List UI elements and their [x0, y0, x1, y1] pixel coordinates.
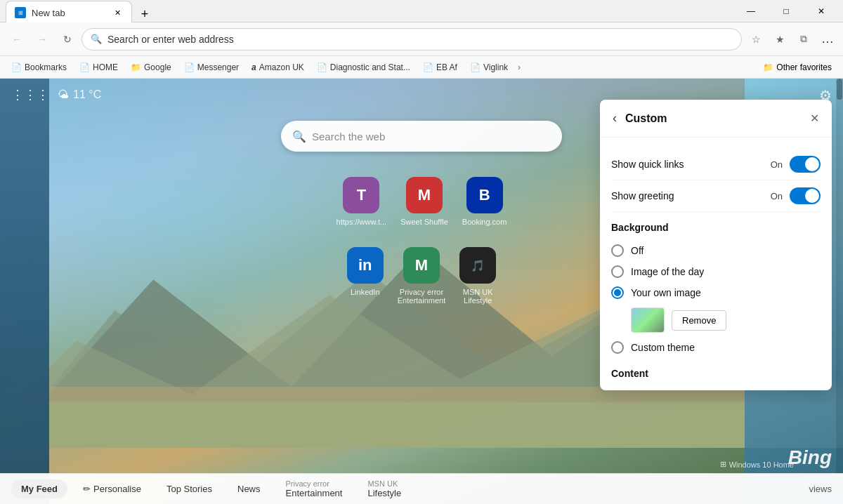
page-search-bar[interactable]: 🔍 Search the web: [281, 121, 562, 152]
quick-link-label-2: Sweet Shuffle: [400, 218, 448, 226]
weather-icon: 🌤: [58, 88, 69, 101]
bookmark-icon: 📄: [184, 62, 195, 72]
more-button[interactable]: …: [818, 28, 837, 51]
bookmark-messenger[interactable]: 📄 Messenger: [178, 59, 244, 76]
quick-links-label: Show quick links: [611, 159, 684, 170]
quick-links-toggle[interactable]: [790, 156, 821, 173]
panel-close-button[interactable]: ✕: [809, 110, 821, 126]
greeting-right: On: [771, 187, 821, 204]
quick-link-4[interactable]: in LinkedIn: [347, 247, 384, 305]
refresh-button[interactable]: ↻: [56, 28, 79, 51]
quick-link-label-5: Privacy errorEntertainment: [398, 288, 445, 305]
quick-link-3[interactable]: B Booking.com: [462, 177, 507, 226]
bookmark-icon: 📄: [79, 62, 90, 72]
my-feed-tab[interactable]: My Feed: [11, 479, 67, 498]
greeting-label: Show greeting: [611, 190, 674, 201]
lifestyle-tab[interactable]: MSN UK Lifestyle: [358, 475, 411, 503]
quick-link-icon-1: T: [343, 177, 379, 213]
address-bar: ← → ↻ 🔍 Search or enter web address ☆ ★ …: [0, 22, 843, 56]
tab-close-button[interactable]: ✕: [112, 7, 123, 18]
bookmark-google[interactable]: 📁 Google: [125, 59, 177, 76]
quick-link-2[interactable]: M Sweet Shuffle: [400, 177, 448, 226]
windows-badge: ⊞ Windows 10 Home: [720, 460, 794, 469]
page-search-icon: 🔍: [292, 130, 306, 143]
minimize-button[interactable]: —: [735, 0, 767, 22]
panel-header: ‹ Custom ✕: [600, 100, 832, 138]
browser-window: ⊞ New tab ✕ + — □ ✕ ← → ↻ 🔍 Search or en…: [0, 0, 843, 504]
bookmarks-bar: 📄 Bookmarks 📄 HOME 📁 Google 📄 Messenger …: [0, 56, 843, 79]
quick-links-right: On: [771, 156, 821, 173]
quick-link-label-4: LinkedIn: [351, 288, 380, 296]
custom-theme-option[interactable]: Custom theme: [611, 337, 821, 358]
custom-theme-radio: [611, 341, 624, 354]
forward-button[interactable]: →: [31, 28, 53, 51]
custom-panel: ‹ Custom ✕ Show quick links On Show gree…: [600, 100, 832, 390]
own-image-label: Your own image: [631, 287, 701, 298]
quick-links-row: Show quick links On: [611, 149, 821, 180]
background-off-option[interactable]: Off: [611, 240, 821, 261]
quick-link-1[interactable]: T https://www.t...: [336, 177, 387, 226]
bookmark-icon: 📄: [423, 62, 433, 72]
top-stories-tab[interactable]: Top Stories: [157, 479, 222, 498]
favorites-button[interactable]: ☆: [745, 28, 767, 51]
scrollbar[interactable]: [836, 79, 843, 473]
main-content: ⋮⋮⋮ 🌤 11 °C ⚙ 🔍 Search the web T https:/…: [0, 79, 843, 504]
quick-links-status: On: [771, 159, 783, 170]
views-text: views: [809, 484, 832, 494]
search-icon: 🔍: [91, 34, 102, 44]
address-actions: ☆ ★ ⧉: [745, 28, 815, 51]
collections-button[interactable]: ★: [769, 28, 791, 51]
amazon-icon: a: [251, 62, 256, 72]
weather-widget: 🌤 11 °C: [58, 88, 101, 101]
quick-link-icon-3: B: [466, 177, 503, 213]
bookmarks-overflow-button[interactable]: ›: [515, 60, 523, 75]
quick-link-5[interactable]: M Privacy errorEntertainment: [398, 247, 445, 305]
back-button[interactable]: ←: [6, 28, 28, 51]
share-button[interactable]: ⧉: [792, 28, 815, 51]
new-tab-button[interactable]: +: [135, 5, 155, 25]
scrollbar-thumb[interactable]: [837, 79, 842, 100]
windows-icon: ⊞: [720, 460, 726, 469]
quick-link-icon-6: 🎵: [459, 247, 496, 284]
content-section-label: Content: [611, 368, 821, 379]
quick-link-icon-2: M: [406, 177, 443, 213]
bookmark-eb[interactable]: 📄 EB Af: [417, 59, 463, 76]
bookmark-home[interactable]: 📄 HOME: [74, 59, 124, 76]
quick-link-label-6: MSN UKLifestyle: [463, 288, 493, 305]
weather-temp: 11 °C: [73, 88, 101, 101]
folder-icon: 📁: [763, 62, 773, 72]
close-button[interactable]: ✕: [805, 0, 837, 22]
news-tab[interactable]: News: [228, 479, 270, 498]
bottom-bar-right: views: [809, 484, 832, 494]
panel-back-button[interactable]: ‹: [611, 110, 618, 127]
image-day-radio: [611, 265, 624, 278]
greeting-toggle[interactable]: [790, 187, 821, 204]
apps-button[interactable]: ⋮⋮⋮: [11, 87, 49, 102]
bookmark-diagnostic[interactable]: 📄 Diagnostic and Stat...: [311, 59, 416, 76]
background-image-day-option[interactable]: Image of the day: [611, 261, 821, 282]
entertainment-tab[interactable]: Privacy error Entertainment: [276, 475, 353, 503]
tab-favicon: ⊞: [15, 7, 26, 18]
personalise-tab[interactable]: ✏ Personalise: [73, 479, 151, 498]
active-tab[interactable]: ⊞ New tab ✕: [6, 1, 132, 25]
bookmark-icon: 📄: [11, 62, 22, 72]
maximize-button[interactable]: □: [770, 0, 802, 22]
bookmark-icon: 📄: [317, 62, 327, 72]
quick-link-label-1: https://www.t...: [336, 218, 387, 226]
quick-link-6[interactable]: 🎵 MSN UKLifestyle: [459, 247, 496, 305]
off-radio: [611, 244, 624, 257]
other-favorites[interactable]: 📁 Other favorites: [757, 62, 837, 72]
title-bar: ⊞ New tab ✕ + — □ ✕: [0, 0, 843, 22]
background-own-image-option[interactable]: Your own image: [611, 282, 821, 303]
bookmark-amazon[interactable]: a Amazon UK: [246, 59, 310, 76]
address-input-wrapper[interactable]: 🔍 Search or enter web address: [81, 28, 742, 51]
bookmark-viglink[interactable]: 📄 Viglink: [464, 59, 514, 76]
top-controls: ⋮⋮⋮ 🌤 11 °C: [11, 87, 101, 102]
panel-body: Show quick links On Show greeting On Bac…: [600, 138, 832, 390]
quick-link-icon-5: M: [403, 247, 440, 284]
bookmark-bookmarks[interactable]: 📄 Bookmarks: [6, 59, 72, 76]
quick-link-icon-4: in: [347, 247, 384, 284]
own-image-radio: [611, 286, 624, 299]
remove-image-button[interactable]: Remove: [672, 310, 726, 331]
address-text: Search or enter web address: [107, 34, 733, 45]
